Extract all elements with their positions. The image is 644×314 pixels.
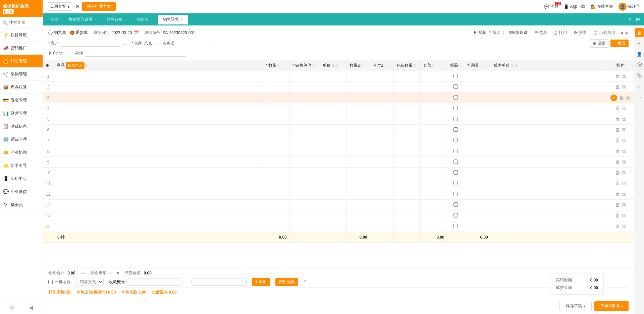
available-cell[interactable] [464,71,491,82]
qty-cell[interactable] [263,189,289,200]
qty2-cell[interactable] [346,189,370,200]
sidebar-item-marketing[interactable]: 📣 营销推广 [0,42,43,55]
warehouse-ellipsis[interactable]: ... [154,41,157,46]
copy-row-btn[interactable]: ⧉ [622,84,626,89]
unit2-cell[interactable] [370,157,393,168]
print-btn[interactable]: 🖨 打印 [552,29,569,37]
amount-cell[interactable] [420,189,447,200]
delete-row-btn[interactable]: 🗑 [615,224,620,229]
qty2-cell[interactable] [346,146,370,157]
available-cell[interactable] [464,92,491,103]
product-cell[interactable] [54,221,263,232]
sidebar-item-finance[interactable]: 💳 资金管理 [0,94,43,107]
tab-close-price-extract[interactable]: ✕ [94,18,97,21]
rp-person[interactable]: 👤 [635,50,644,58]
gift-checkbox[interactable] [453,138,458,142]
rp-more[interactable]: ⋯ [635,92,644,101]
cost-cell[interactable] [491,146,607,157]
product-cell[interactable] [54,146,263,157]
amount-cell[interactable] [420,157,447,168]
unit-cell[interactable] [289,200,320,210]
copy-row-btn[interactable]: ⧉ [622,106,626,111]
copy-row-btn[interactable]: ⧉ [622,181,626,186]
qty2-cell[interactable] [346,114,370,125]
shortcuts-btn[interactable]: ⌨ 快捷键 [507,29,530,37]
price-cell[interactable] [320,135,346,146]
price-cell[interactable] [320,200,346,210]
delete-row-btn[interactable]: 🗑 [615,73,620,79]
sidebar-search[interactable]: 🔍 搜索菜单 [0,17,43,28]
unit2-cell[interactable] [370,210,393,221]
qty-cell[interactable] [263,178,289,189]
cost-info-icon[interactable]: ⓘ [511,63,515,68]
qty2-cell[interactable] [346,200,370,210]
product-cell[interactable] [54,103,263,114]
price-cell[interactable] [320,157,346,168]
add-payment-btn[interactable]: + 添加 [252,278,270,286]
delete-row-btn[interactable]: 🗑 [615,84,620,89]
qty-cell[interactable] [263,114,289,125]
gift-checkbox[interactable] [453,213,458,217]
tab-sales-return[interactable]: 销货退货✕ [158,15,188,24]
available-cell[interactable] [464,200,491,210]
sidebar-item-enterprise-wechat[interactable]: 💬 企业微信 [0,185,43,198]
tab-price-extract[interactable]: 售价提取设置✕ [64,15,101,24]
prev-record-btn[interactable]: ◀ [620,30,623,35]
price-cell[interactable] [320,71,346,82]
expand-tab-btn[interactable]: ⊞ [635,16,641,23]
copy-row-btn[interactable]: ⧉ [626,95,630,101]
price-cell[interactable] [320,189,346,200]
qty-cell[interactable] [263,82,289,92]
save-draft-btn[interactable]: 保存草稿 ▾ [559,301,592,311]
save-new-btn[interactable]: 保存&新增 ▾ [594,301,629,311]
delete-row-btn[interactable]: 🗑 [615,181,620,186]
qty-cell[interactable] [263,200,289,210]
scan-btn[interactable]: 扫码录入 [66,62,85,69]
fee-split-btn[interactable]: 费用分摊 [275,278,298,286]
delete-row-btn[interactable]: 🗑 [615,159,620,165]
cost-cell[interactable] [491,71,607,82]
sidebar-item-sales-mgmt[interactable]: 💰 销售管理 [0,55,43,68]
sort-arrows[interactable] [86,64,88,67]
gift-checkbox[interactable] [453,181,458,185]
pack-qty-cell[interactable] [393,189,420,200]
th-gear[interactable]: ⚙ [43,60,54,71]
qty2-cell[interactable] [346,178,370,189]
unit2-cell[interactable] [370,92,393,103]
product-input[interactable] [57,96,260,100]
cost-cell[interactable] [491,82,607,92]
pack-qty-cell[interactable] [393,200,420,210]
amount-cell[interactable] [420,82,447,92]
qty-cell[interactable] [263,157,289,168]
select-btn[interactable]: ☰ 选单 [532,29,549,37]
amount-cell[interactable] [420,135,447,146]
gift-checkbox[interactable] [453,117,458,121]
salesperson-ellipsis[interactable]: ... [212,41,216,46]
dropdown-arrow[interactable]: ▾ [583,304,585,309]
product-cell[interactable] [54,168,263,178]
copy-row-btn[interactable]: ⧉ [622,116,626,122]
product-cell[interactable] [54,178,263,189]
unit-cell[interactable] [289,114,320,125]
amount-cell[interactable] [420,178,447,189]
gift-checkbox[interactable] [453,127,458,132]
qty-cell[interactable] [263,125,289,135]
qty-cell[interactable] [263,135,289,146]
unit-cell[interactable] [289,82,320,92]
price-cell[interactable] [320,92,346,103]
help-icon[interactable]: ? [109,271,111,275]
pack-qty-cell[interactable] [393,146,420,157]
product-cell[interactable] [54,200,263,210]
tab-home[interactable]: 首页 [46,15,63,24]
sidebar-item-new-guide[interactable]: 🌟 新手引导 [0,159,43,172]
history-btn[interactable]: 📋 历史单据 [591,29,617,37]
rp-table-view[interactable]: ▦ [635,28,644,37]
cost-cell[interactable] [491,157,607,168]
pack-qty-cell[interactable] [393,157,420,168]
unit2-cell[interactable] [370,114,393,125]
pack-qty-cell[interactable] [393,221,420,232]
copy-row-btn[interactable]: ⧉ [622,202,626,207]
available-cell[interactable] [464,168,491,178]
sort-arrows-amount[interactable] [432,64,434,67]
copy-row-btn[interactable]: ⧉ [622,191,626,197]
